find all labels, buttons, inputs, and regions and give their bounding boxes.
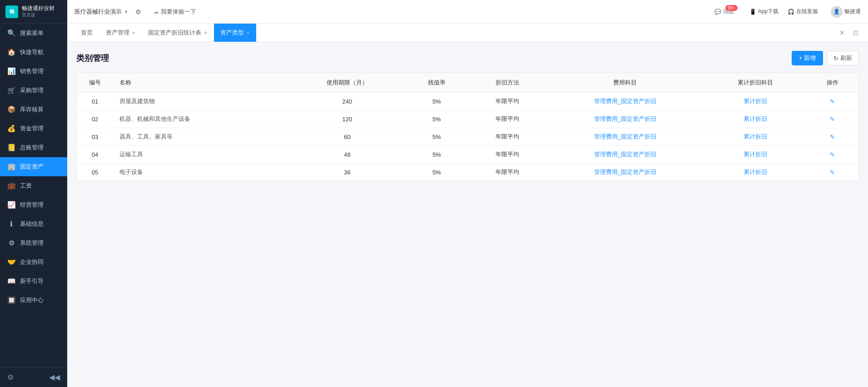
sidebar-item-inventory[interactable]: 📦 库存核算 <box>0 100 67 119</box>
capital-icon: 💰 <box>7 124 15 133</box>
header-right: 💬 消息 99+ 📱 App下载 🎧 在线客服 👤 畅捷通 <box>714 6 861 18</box>
sidebar-settings-icon[interactable]: ⚙ <box>7 373 14 382</box>
sidebar-label-inventory: 库存核算 <box>20 105 44 114</box>
tab-home[interactable]: 首页 <box>74 24 99 42</box>
code-cell: 04 <box>77 146 113 164</box>
header-left: 医疗器械行业演示 ▼ ⚙ ☁ 我要体验一下 <box>74 5 201 18</box>
action-cell[interactable]: ✎ <box>807 164 858 181</box>
sidebar-label-enterprise: 企业协同 <box>20 258 44 266</box>
expense-cell: 管理费用_固定资产折旧 <box>546 146 705 164</box>
name-cell: 电子设备 <box>113 164 290 181</box>
online-service-label: 在线客服 <box>796 8 818 15</box>
trial-label: 我要体验一下 <box>161 8 196 16</box>
salary-icon: 💼 <box>7 182 15 190</box>
table-header: 编号名称使用期限（月）残值率折旧方法费用科目累计折旧科目操作 <box>77 73 858 93</box>
method-cell: 年限平均 <box>469 164 546 181</box>
residual-cell: 5% <box>404 128 469 146</box>
expense-cell: 管理费用_固定资产折旧 <box>546 110 705 128</box>
table-row: 03器具、工具、家具等605%年限平均管理费用_固定资产折旧累计折旧✎ <box>77 128 858 146</box>
sales-icon: 📊 <box>7 67 15 75</box>
residual-cell: 5% <box>404 93 469 110</box>
accum-cell: 累计折旧 <box>704 164 806 181</box>
name-cell: 器具、工具、家具等 <box>113 128 290 146</box>
refresh-button[interactable]: ↻ 刷新 <box>827 51 859 65</box>
sidebar-item-basic-info[interactable]: ℹ 基础信息 <box>0 214 67 233</box>
enterprise-icon: 🤝 <box>7 258 15 266</box>
sidebar-item-ledger[interactable]: 📒 总账管理 <box>0 138 67 157</box>
method-cell: 年限平均 <box>469 128 546 146</box>
tab-label-asset-type: 资产类型 <box>220 29 244 37</box>
app-selector-label: 医疗器械行业演示 <box>74 8 122 16</box>
header-settings-icon[interactable]: ⚙ <box>132 5 145 18</box>
app-center-icon: 🔲 <box>7 296 15 304</box>
ledger-icon: 📒 <box>7 144 15 152</box>
accum-cell: 累计折旧 <box>704 93 806 110</box>
purchase-icon: 🛒 <box>7 86 15 94</box>
sidebar-item-sales[interactable]: 📊 销售管理 <box>0 62 67 81</box>
sidebar-item-app-center[interactable]: 🔲 应用中心 <box>0 291 67 310</box>
new-button[interactable]: + 新增 <box>792 51 823 65</box>
online-service-button[interactable]: 🎧 在线客服 <box>788 8 818 15</box>
action-cell[interactable]: ✎ <box>807 110 858 128</box>
app-download-icon: 📱 <box>749 9 756 15</box>
sidebar-item-guide[interactable]: 📖 新手引导 <box>0 272 67 291</box>
main-area: 医疗器械行业演示 ▼ ⚙ ☁ 我要体验一下 💬 消息 99+ 📱 App下载 🎧… <box>67 0 868 387</box>
table-row: 02机器、机械和其他生产设备1205%年限平均管理费用_固定资产折旧累计折旧✎ <box>77 110 858 128</box>
app-download-button[interactable]: 📱 App下载 <box>749 8 779 15</box>
sidebar-label-salary: 工资 <box>20 182 32 190</box>
refresh-icon: ↻ <box>833 55 838 62</box>
sidebar-item-fixed-asset[interactable]: 🏢 固定资产 <box>0 157 67 176</box>
code-cell: 02 <box>77 110 113 128</box>
user-menu-button[interactable]: 👤 畅捷通 <box>831 6 861 18</box>
sidebar-item-salary[interactable]: 💼 工资 <box>0 176 67 195</box>
sidebar-item-system[interactable]: ⚙ 系统管理 <box>0 233 67 253</box>
online-service-icon: 🎧 <box>788 9 794 15</box>
sidebar-item-purchase[interactable]: 🛒 采购管理 <box>0 81 67 100</box>
window-close-icon[interactable]: ✕ <box>837 28 847 38</box>
data-table: 编号名称使用期限（月）残值率折旧方法费用科目累计折旧科目操作 01房屋及建筑物2… <box>77 73 858 181</box>
sidebar-item-business[interactable]: 📈 经营管理 <box>0 195 67 214</box>
action-cell[interactable]: ✎ <box>807 146 858 164</box>
action-cell[interactable]: ✎ <box>807 128 858 146</box>
sidebar-menu: 🔍 搜索菜单 🏠 快捷导航 📊 销售管理 🛒 采购管理 📦 库存核算 💰 资金管… <box>0 24 67 367</box>
sidebar-item-capital[interactable]: 💰 资金管理 <box>0 119 67 138</box>
logo-icon: 畅 <box>5 5 18 18</box>
message-button[interactable]: 💬 消息 99+ <box>714 8 734 15</box>
sidebar-label-app-center: 应用中心 <box>20 296 44 304</box>
tabs-bar: 首页资产管理×固定资产折旧统计表×资产类型× ✕ ⊡ <box>67 24 868 42</box>
code-cell: 03 <box>77 128 113 146</box>
username-label: 畅捷通 <box>844 8 861 15</box>
tab-asset-mgmt[interactable]: 资产管理× <box>99 24 142 42</box>
sidebar-collapse-icon[interactable]: ◀◀ <box>49 373 60 382</box>
name-cell: 房屋及建筑物 <box>113 93 290 110</box>
method-cell: 年限平均 <box>469 110 546 128</box>
window-expand-icon[interactable]: ⊡ <box>851 28 861 38</box>
sidebar-item-search[interactable]: 🔍 搜索菜单 <box>0 24 67 43</box>
page-title: 类别管理 <box>76 53 109 64</box>
table-row: 05电子设备365%年限平均管理费用_固定资产折旧累计折旧✎ <box>77 164 858 181</box>
method-cell: 年限平均 <box>469 146 546 164</box>
app-selector-caret-icon: ▼ <box>124 9 129 15</box>
trial-button[interactable]: ☁ 我要体验一下 <box>149 6 201 18</box>
action-cell[interactable]: ✎ <box>807 93 858 110</box>
accum-cell: 累计折旧 <box>704 146 806 164</box>
sidebar-bottom: ⚙ ◀◀ <box>0 367 67 387</box>
tab-asset-type[interactable]: 资产类型× <box>214 24 256 42</box>
sidebar-item-quick-nav[interactable]: 🏠 快捷导航 <box>0 43 67 62</box>
method-cell: 年限平均 <box>469 93 546 110</box>
system-icon: ⚙ <box>7 239 15 247</box>
tab-close-asset-mgmt[interactable]: × <box>132 30 135 35</box>
sidebar-label-sales: 销售管理 <box>20 67 44 75</box>
th-col-4: 折旧方法 <box>469 73 546 93</box>
business-icon: 📈 <box>7 201 15 209</box>
code-cell: 01 <box>77 93 113 110</box>
sidebar-label-business: 经营管理 <box>20 201 44 209</box>
th-col-2: 使用期限（月） <box>290 73 404 93</box>
tab-close-asset-type[interactable]: × <box>247 30 249 35</box>
sidebar-item-enterprise[interactable]: 🤝 企业协同 <box>0 253 67 272</box>
app-selector[interactable]: 医疗器械行业演示 ▼ <box>74 8 129 16</box>
tab-close-fixed-asset-report[interactable]: × <box>204 30 207 35</box>
period-cell: 36 <box>290 164 404 181</box>
message-icon: 💬 <box>714 9 721 15</box>
tab-fixed-asset-report[interactable]: 固定资产折旧统计表× <box>142 24 213 42</box>
